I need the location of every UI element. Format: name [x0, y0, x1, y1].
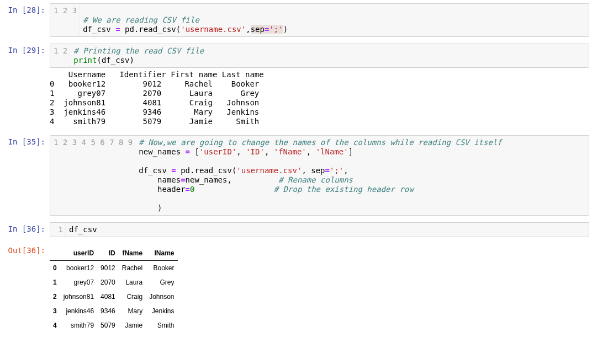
dataframe-table: userIDIDfNamelName0booker129012RachelBoo…	[50, 246, 178, 333]
table-cell: 9346	[97, 304, 119, 318]
table-cell: booker12	[60, 261, 97, 276]
table-cell: Grey	[146, 275, 177, 290]
code-input[interactable]: 1 df_csv	[50, 222, 589, 237]
code-editor[interactable]: # We are reading CSV file df_csv = pd.re…	[80, 4, 589, 36]
row-index: 2	[50, 290, 60, 304]
column-header: ID	[97, 246, 119, 261]
code-cell[interactable]: In [35]: 1 2 3 4 5 6 7 8 9 # Now,we are …	[0, 132, 592, 219]
code-editor[interactable]: df_csv	[66, 223, 589, 237]
row-index: 4	[50, 318, 60, 333]
table-row: 2johnson814081CraigJohnson	[50, 290, 178, 304]
table-cell: 5079	[97, 318, 119, 333]
table-cell: 2070	[97, 275, 119, 290]
table-cell: Johnson	[146, 290, 177, 304]
column-header: lName	[146, 246, 177, 261]
table-cell: Craig	[119, 290, 146, 304]
table-cell: Laura	[119, 275, 146, 290]
input-prompt: In [28]:	[0, 3, 50, 37]
table-cell: Mary	[119, 304, 146, 318]
code-cell[interactable]: In [36]: 1 df_csv	[0, 219, 592, 240]
line-number-gutter: 1	[50, 223, 66, 237]
line-number-gutter: 1 2 3 4 5 6 7 8 9	[50, 136, 135, 215]
table-cell: grey07	[60, 275, 97, 290]
output-cell: Out[36]: userIDIDfNamelName0booker129012…	[0, 240, 592, 338]
column-header: userID	[60, 246, 97, 261]
code-editor[interactable]: # Now,we are going to change the names o…	[135, 136, 589, 215]
output-prompt: Out[36]:	[0, 244, 50, 335]
row-index: 3	[50, 304, 60, 318]
table-row: 1grey072070LauraGrey	[50, 275, 178, 290]
dataframe-output: userIDIDfNamelName0booker129012RachelBoo…	[50, 244, 589, 335]
input-prompt: In [29]:	[0, 44, 50, 129]
line-number-gutter: 1 2	[50, 44, 70, 67]
code-input[interactable]: 1 2 3 # We are reading CSV file df_csv =…	[50, 3, 589, 37]
stdout-output: Username Identifier First name Last name…	[50, 68, 589, 129]
row-index: 0	[50, 261, 60, 276]
input-prompt: In [35]:	[0, 135, 50, 216]
table-cell: 4081	[97, 290, 119, 304]
code-input[interactable]: 1 2 3 4 5 6 7 8 9 # Now,we are going to …	[50, 135, 589, 216]
code-cell[interactable]: In [28]: 1 2 3 # We are reading CSV file…	[0, 0, 592, 40]
table-cell: Jenkins	[146, 304, 177, 318]
line-number-gutter: 1 2 3	[50, 4, 80, 36]
table-cell: jenkins46	[60, 304, 97, 318]
column-header: fName	[119, 246, 146, 261]
table-cell: Rachel	[119, 261, 146, 276]
table-cell: 9012	[97, 261, 119, 276]
code-cell[interactable]: In [29]: 1 2 # Printing the read CSV fil…	[0, 40, 592, 132]
row-index: 1	[50, 275, 60, 290]
table-cell: Jamie	[119, 318, 146, 333]
table-row: 4smith795079JamieSmith	[50, 318, 178, 333]
code-editor[interactable]: # Printing the read CSV file print(df_cs…	[70, 44, 589, 67]
code-input[interactable]: 1 2 # Printing the read CSV file print(d…	[50, 44, 589, 68]
table-row: 0booker129012RachelBooker	[50, 261, 178, 276]
table-cell: smith79	[60, 318, 97, 333]
table-cell: Smith	[146, 318, 177, 333]
table-cell: johnson81	[60, 290, 97, 304]
table-row: 3jenkins469346MaryJenkins	[50, 304, 178, 318]
table-cell: Booker	[146, 261, 177, 276]
input-prompt: In [36]:	[0, 222, 50, 237]
